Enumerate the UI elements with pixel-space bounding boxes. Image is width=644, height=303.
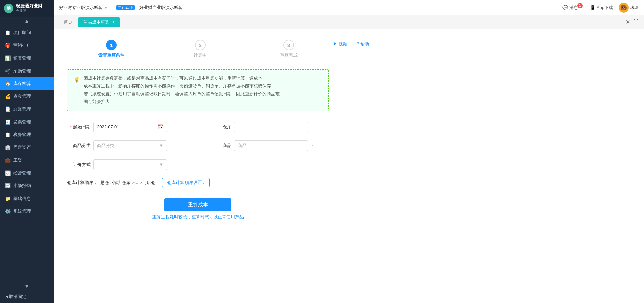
sidebar-item-label: 发票管理 [13, 119, 31, 125]
sidebar-item-marketing[interactable]: 🎁 营销推广 [0, 39, 54, 52]
price-method-select[interactable]: ▼ [93, 159, 167, 170]
verified-badge: 🛡 已认证 [116, 5, 135, 10]
sidebar-item-expense[interactable]: 🔄 小畅报销 [0, 179, 54, 192]
form-row-2: 商品分类 商品分类 ▼ 商品 商品 ··· [67, 140, 329, 151]
tabbar: 首页 商品成本重算 × ✕ ⛶ [54, 15, 644, 29]
sidebar-item-assets[interactable]: 🏢 固定资产 [0, 141, 54, 154]
sidebar-item-operation[interactable]: 📈 经营管理 [0, 167, 54, 179]
notice-icon: 💡 [73, 75, 80, 106]
sidebar-logo: 畅 [4, 4, 13, 13]
notice-text: 因成本计算参数调整，或是对商品成本有疑问时，可以通过成本重算功能，重新计算一遍成… [84, 74, 280, 106]
sidebar-item-inventory[interactable]: 🏠 库存核算 [0, 77, 54, 90]
sidebar-item-label: 库存核算 [13, 81, 31, 87]
marketing-icon: 🎁 [5, 43, 11, 48]
stepper-help: ▶ 视频 | ? 帮助 [333, 40, 369, 47]
system-icon: ⚙️ [5, 209, 11, 214]
category-select[interactable]: 商品分类 ▼ [93, 140, 167, 151]
sidebar-scroll-down[interactable]: ▼ [0, 282, 54, 290]
app-download-action[interactable]: 📱 App下载 [590, 5, 613, 11]
sidebar-unpin[interactable]: ◄取消固定 [0, 290, 54, 303]
calendar-icon[interactable]: 📅 [158, 124, 163, 130]
step-1-label: 设置重算条件 [98, 52, 124, 58]
verified-badge-section: 🛡 已认证 好业财专业版演示帐套 [116, 5, 183, 11]
step-2: 2 计算中 [156, 40, 244, 58]
tax-icon: 📋 [5, 132, 11, 137]
sidebar-item-accounting[interactable]: 📑 总账管理 [0, 103, 54, 116]
sidebar-item-label: 小畅报销 [13, 183, 31, 189]
product-placeholder: 商品 [238, 143, 247, 149]
tab-recalculate[interactable]: 商品成本重算 × [78, 17, 120, 27]
sidebar-item-system[interactable]: ⚙️ 系统管理 [0, 205, 54, 218]
sidebar-item-tax[interactable]: 📋 税务管理 [0, 128, 54, 141]
product-more-icon[interactable]: ··· [312, 143, 318, 149]
sidebar-scroll-up[interactable]: ▲ [0, 17, 54, 25]
notice-box: 💡 因成本计算参数调整，或是对商品成本有疑问时，可以通过成本重算功能，重新计算一… [67, 69, 329, 111]
sidebar-item-label: 销售管理 [13, 55, 31, 61]
warehouse-input[interactable] [234, 122, 308, 132]
tab-home[interactable]: 首页 [59, 17, 77, 27]
warehouse-more-icon[interactable]: ··· [312, 124, 318, 130]
warehouse-order-setting-btn[interactable]: 仓库计算顺序设置 › [162, 178, 210, 187]
company-name: 好业财专业版演示帐套 [139, 5, 183, 11]
start-date-input[interactable]: 2022-07-01 📅 [93, 122, 167, 132]
maximize-btn[interactable]: ⛶ [633, 19, 639, 25]
sidebar-item-finance[interactable]: 💰 资金管理 [0, 90, 54, 103]
phone-icon: 📱 [590, 5, 595, 10]
step-2-label: 计算中 [194, 52, 207, 58]
product-input[interactable]: 商品 [234, 140, 308, 151]
sidebar: 畅 畅捷通好业财 专业版 ▲ 📋 项目顾问 🎁 营销推广 📊 销售管理 🛒 采购… [0, 0, 54, 303]
sidebar-item-salary[interactable]: 💼 工资 [0, 154, 54, 167]
sidebar-item-label: 经营管理 [13, 170, 31, 176]
submit-btn[interactable]: 重算成本 [164, 198, 231, 211]
close-tab-btn[interactable]: ✕ [626, 19, 630, 25]
warehouse-order-value: 总仓->深圳仓库->...->门店仓 [100, 180, 155, 186]
account-name: 好业财专业版演示帐套 [59, 5, 103, 11]
warehouse-field: 仓库 ··· [208, 122, 329, 132]
tab-close-icon[interactable]: × [113, 20, 115, 25]
tab-recalculate-label: 商品成本重算 [83, 19, 109, 25]
page-body: 1 设置重算条件 2 计算中 3 重算完成 ▶ 视频 | [54, 29, 644, 303]
notice-line3: 若【系统设置】中启用了自动调整记账日期时，会调整入库单的整单记账日期，因此重新计… [84, 90, 280, 98]
invoice-icon: 🧾 [5, 119, 11, 125]
account-selector[interactable]: 好业财专业版演示帐套 ▼ [59, 5, 108, 11]
sidebar-item-basic[interactable]: 📁 基础信息 [0, 192, 54, 205]
expense-icon: 🔄 [5, 183, 11, 188]
help-link[interactable]: ? 帮助 [357, 41, 369, 47]
stepper: 1 设置重算条件 2 计算中 3 重算完成 ▶ 视频 | [67, 40, 369, 58]
sidebar-item-label: 营销推广 [13, 42, 31, 48]
start-date-field: 起始日期 2022-07-01 📅 [67, 122, 188, 132]
sidebar-item-label: 采购管理 [13, 68, 31, 74]
sidebar-title: 畅捷通好业财 [16, 3, 42, 9]
accounting-icon: 📑 [5, 106, 11, 112]
sidebar-item-label: 资金管理 [13, 93, 31, 99]
step-3-label: 重算完成 [280, 52, 298, 58]
form-row-3: 计价方式 ▼ [67, 159, 329, 170]
sidebar-item-sales[interactable]: 📊 销售管理 [0, 52, 54, 64]
notice-line2: 成本重算过程中，影响库存账的操作均不能操作，比如进货单、销货单、库存单据不能审核… [84, 82, 280, 90]
topbar: 好业财专业版演示帐套 ▼ 🛡 已认证 好业财专业版演示帐套 💬 消息 1 📱 A… [54, 0, 644, 15]
operation-icon: 📈 [5, 170, 11, 176]
inventory-icon: 🏠 [5, 81, 11, 86]
user-profile[interactable]: 🐻 珠珠 [619, 3, 639, 13]
sidebar-item-label: 工资 [13, 157, 22, 163]
sidebar-item-label: 系统管理 [13, 208, 31, 214]
purchase-icon: 🛒 [5, 68, 11, 74]
topbar-right: 💬 消息 1 📱 App下载 🐻 珠珠 [562, 3, 639, 13]
sidebar-item-invoice[interactable]: 🧾 发票管理 [0, 116, 54, 128]
sidebar-item-purchase[interactable]: 🛒 采购管理 [0, 64, 54, 77]
sidebar-item-label: 固定资产 [13, 144, 31, 150]
form-section: 起始日期 2022-07-01 📅 仓库 ··· 商品分类 商 [67, 122, 329, 187]
sidebar-item-project[interactable]: 📋 项目顾问 [0, 26, 54, 39]
step-1-circle: 1 [106, 40, 117, 50]
salary-icon: 💼 [5, 158, 11, 163]
message-action[interactable]: 💬 消息 1 [562, 5, 585, 11]
notice-line1: 因成本计算参数调整，或是对商品成本有疑问时，可以通过成本重算功能，重新计算一遍成… [84, 74, 280, 82]
stepper-steps: 1 设置重算条件 2 计算中 3 重算完成 [67, 40, 333, 58]
topbar-left: 好业财专业版演示帐套 ▼ 🛡 已认证 好业财专业版演示帐套 [59, 5, 183, 11]
verified-text: 已认证 [122, 5, 133, 10]
project-icon: 📋 [5, 30, 11, 35]
category-arrow-icon: ▼ [159, 143, 163, 148]
video-link[interactable]: ▶ 视频 [333, 41, 347, 47]
app-download-label: App下载 [597, 5, 613, 11]
finance-icon: 💰 [5, 94, 11, 99]
